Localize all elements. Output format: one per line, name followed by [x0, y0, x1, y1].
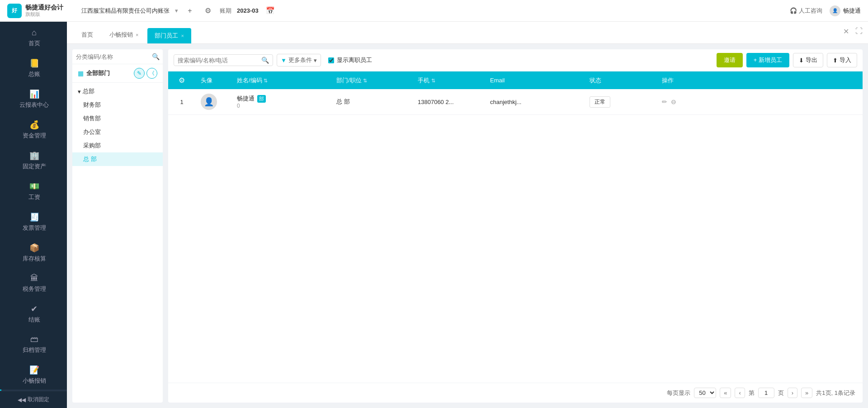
dept-node-sales[interactable]: 销售部 [72, 112, 163, 125]
prev-page-btn[interactable]: ‹ [735, 388, 745, 398]
unpin-sidebar-btn[interactable]: ◀◀ 取消固定 [0, 391, 67, 408]
dept-node-zongbu-parent[interactable]: ▾ 总部 [72, 85, 163, 98]
dept-search-input[interactable] [76, 53, 152, 60]
sidebar-label-payroll: 工资 [28, 193, 40, 201]
import-icon: ⬆ [833, 57, 838, 64]
company-name: 江西服宝精品有限责任公司内账张 [81, 7, 170, 15]
sidebar-item-home[interactable]: ⌂ 首页 [0, 22, 67, 52]
top-bar-center: 江西服宝精品有限责任公司内账张 ▾ + ⚙ 账期 2023-03 📅 [74, 5, 790, 17]
calendar-icon[interactable]: 📅 [264, 5, 277, 17]
th-name[interactable]: 姓名/编码 ⇅ [231, 71, 331, 89]
action-icons: ✏ ⊖ [662, 98, 857, 105]
expand-content-btn[interactable]: ⛶ [854, 25, 864, 38]
sidebar-item-tax[interactable]: 🏛 税务管理 [0, 267, 67, 298]
sidebar-label-inventory: 库存核算 [23, 255, 46, 263]
tab-expense-close[interactable]: × [136, 32, 138, 38]
search-box: 🔍 [174, 54, 273, 66]
add-employee-btn[interactable]: + 新增员工 [746, 53, 789, 67]
sidebar-item-expense[interactable]: 📝 小畅报销 [0, 359, 67, 389]
headset-icon: 🎧 [790, 7, 797, 14]
add-dept-btn[interactable]: ✎ [134, 68, 145, 79]
archive-icon: 🗃 [30, 335, 38, 344]
sidebar-item-payroll[interactable]: 💵 工资 [0, 175, 67, 206]
page-input[interactable] [758, 388, 774, 398]
app-edition: 旗舰版 [25, 11, 63, 18]
payroll-icon: 💵 [29, 181, 39, 191]
export-icon: ⬇ [799, 57, 804, 64]
dept-search-icon[interactable]: 🔍 [152, 53, 160, 60]
first-page-btn[interactable]: « [720, 388, 731, 398]
dept-node-zongbu-active[interactable]: 总 部 [72, 152, 163, 166]
show-resigned-area: 显示离职员工 [328, 56, 372, 64]
user-avatar: 👤 [830, 5, 840, 16]
sidebar-item-general-ledger[interactable]: 📒 总账 [0, 52, 67, 83]
period-value: 2023-03 [237, 7, 259, 14]
employee-panel: 🔍 ▼ 更多条件 ▾ 显示离职员工 邀请 + 新增员工 [168, 49, 863, 403]
tab-home[interactable]: 首页 [74, 27, 100, 43]
sidebar-item-fixed-assets[interactable]: 🏢 固定资产 [0, 144, 67, 175]
sidebar-label-ledger: 总账 [28, 70, 40, 78]
company-dropdown-icon[interactable]: ▾ [175, 7, 178, 14]
sidebar-item-fund[interactable]: 💰 资金管理 [0, 114, 67, 144]
dept-node-label-zongbu: 总 部 [83, 155, 97, 163]
page-label: 第 [749, 389, 755, 397]
export-label: 导出 [806, 56, 817, 64]
tab-dept-label: 部门员工 [155, 32, 178, 40]
dept-tree: ▾ 总部 财务部 销售部 办公室 采购部 [72, 83, 163, 403]
import-label: 导入 [840, 56, 851, 64]
edit-employee-icon[interactable]: ✏ [662, 98, 667, 105]
dept-node-finance[interactable]: 财务部 [72, 98, 163, 112]
pagination: 每页显示 50 « ‹ 第 页 › » 共1页, 1条记录 [168, 383, 863, 403]
sidebar-item-close-account[interactable]: ✔ 结账 [0, 298, 67, 328]
settings-icon[interactable]: ⚙ [202, 5, 214, 17]
pin-label: 取消固定 [28, 396, 49, 403]
service-btn[interactable]: 🎧 人工咨询 [790, 7, 822, 15]
employee-avatar: 👤 [201, 94, 217, 110]
sidebar-item-cloud-report[interactable]: 📊 云报表中心 [0, 83, 67, 114]
remove-employee-icon[interactable]: ⊖ [671, 98, 676, 105]
close-account-icon: ✔ [31, 304, 38, 314]
per-page-select[interactable]: 50 [694, 388, 716, 398]
show-resigned-checkbox[interactable] [328, 57, 334, 63]
sidebar-item-archive[interactable]: 🗃 归档管理 [0, 328, 67, 359]
tab-dept-employee[interactable]: 部门员工 × [147, 28, 191, 43]
filter-more-btn[interactable]: ▼ 更多条件 ▾ [277, 54, 321, 66]
tab-dept-close[interactable]: × [181, 33, 184, 38]
sidebar-label-report: 云报表中心 [19, 101, 49, 109]
dept-node-label-sales: 销售部 [83, 114, 101, 123]
export-btn[interactable]: ⬇ 导出 [793, 53, 823, 67]
import-btn[interactable]: ⬆ 导入 [827, 53, 857, 67]
th-dept[interactable]: 部门/职位 ⇅ [331, 71, 412, 89]
last-page-btn[interactable]: » [801, 388, 812, 398]
cell-name: 畅捷通 部 0 [231, 89, 331, 115]
th-actions: 操作 [656, 71, 863, 89]
sidebar-item-inventory[interactable]: 📦 库存核算 [0, 237, 67, 267]
period-label: 账期 [220, 7, 231, 15]
toolbar-right: 邀请 + 新增员工 ⬇ 导出 ⬆ 导入 [717, 53, 857, 67]
sidebar-label-archive: 归档管理 [23, 346, 46, 354]
employee-search-icon[interactable]: 🔍 [261, 57, 269, 64]
collapse-dept-btn[interactable]: 《 [146, 68, 157, 79]
logo-area: 好 畅捷通好会计 旗舰版 [7, 4, 74, 18]
cell-avatar: 👤 [195, 89, 231, 115]
tab-expense[interactable]: 小畅报销 × [102, 27, 146, 43]
invite-btn[interactable]: 邀请 [717, 53, 743, 67]
user-area[interactable]: 👤 畅捷通 [830, 5, 861, 16]
name-badge-area: 畅捷通 部 [237, 95, 326, 103]
pin-icon: ◀◀ [18, 397, 26, 403]
dept-grid-icon: ▦ [78, 70, 84, 77]
dept-node-purchase[interactable]: 采购部 [72, 139, 163, 152]
dept-node-office[interactable]: 办公室 [72, 125, 163, 139]
add-company-btn[interactable]: + [184, 5, 196, 17]
cell-dept: 总 部 [331, 89, 412, 115]
report-icon: 📊 [29, 89, 39, 99]
logo-icon: 好 [7, 4, 22, 18]
employee-search-input[interactable] [178, 57, 259, 64]
table-settings-icon[interactable]: ⚙ [179, 76, 185, 84]
next-page-btn[interactable]: › [788, 388, 797, 398]
name-cell: 畅捷通 部 0 [237, 95, 326, 109]
close-content-btn[interactable]: ✕ [841, 25, 851, 38]
sidebar-item-invoice[interactable]: 🧾 发票管理 [0, 206, 67, 237]
th-dept-sort-icon: ⇅ [363, 78, 367, 83]
th-phone[interactable]: 手机 ⇅ [412, 71, 485, 89]
